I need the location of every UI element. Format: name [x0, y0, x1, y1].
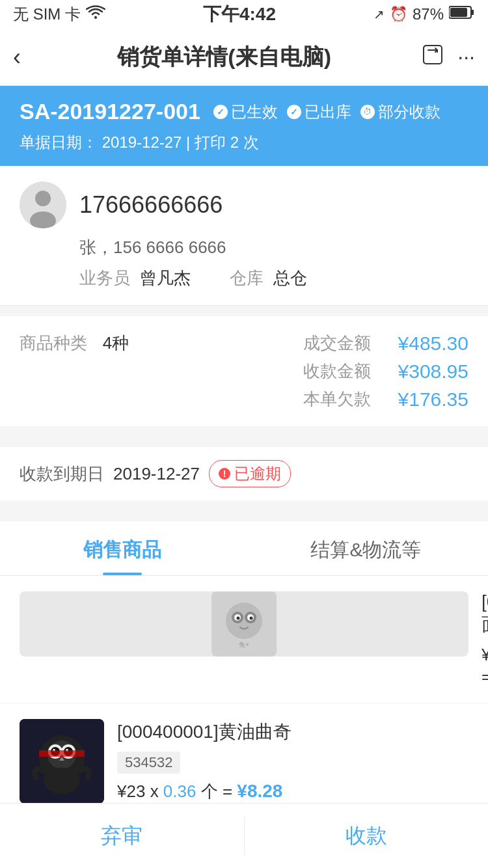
- tab-products[interactable]: 销售商品: [0, 521, 244, 575]
- back-button[interactable]: ‹: [7, 37, 27, 77]
- badge-effective: ✓ 已生效: [213, 102, 278, 122]
- svg-point-14: [237, 617, 240, 620]
- battery-text: 87%: [413, 5, 444, 23]
- separator-2: [0, 500, 488, 511]
- warehouse: 仓库 总仓: [230, 267, 307, 290]
- tab-settlement[interactable]: 结算&物流等: [244, 521, 488, 575]
- divider-1: [0, 305, 488, 306]
- export-button[interactable]: [421, 43, 444, 72]
- customer-top: 17666666666: [20, 182, 468, 228]
- product-image-1: 兔+: [20, 591, 468, 657]
- svg-rect-26: [39, 750, 85, 757]
- summary-section: 商品种类 4种 成交金额 ¥485.30 收款金额 ¥308.95 本单欠款 ¥…: [0, 316, 488, 426]
- clock-icon: ⏱: [360, 105, 375, 119]
- customer-id: 17666666666: [79, 191, 223, 219]
- summary-right: 成交金额 ¥485.30 收款金额 ¥308.95 本单欠款 ¥176.35: [303, 332, 468, 411]
- bottom-bar: 弃审 收款: [0, 803, 488, 868]
- order-date-info: 单据日期： 2019-12-27 | 打印 2 次: [20, 132, 468, 153]
- nav-actions: ···: [421, 43, 475, 72]
- amount-deal: 成交金额 ¥485.30: [303, 332, 468, 355]
- check-icon-1: ✓: [213, 105, 228, 119]
- badge-shipped: ✓ 已出库: [287, 102, 351, 122]
- product-name-1: [0000002]面包: [481, 591, 488, 637]
- customer-contact: 张，156 6666 6666: [79, 236, 468, 259]
- summary-left: 商品种类 4种: [20, 332, 129, 355]
- status-badges: ✓ 已生效 ✓ 已出库 ⏱ 部分收款: [213, 102, 441, 122]
- carrier-text: 无 SIM 卡: [13, 4, 81, 25]
- separator-1: [0, 426, 488, 437]
- check-icon-2: ✓: [287, 105, 301, 119]
- svg-point-6: [35, 191, 51, 206]
- product-info-1: [0000002]面包 ¥40 x 5 袋 = ¥199.99: [481, 591, 488, 687]
- svg-text:兔+: 兔+: [239, 641, 249, 648]
- amount-owed: 本单欠款 ¥176.35: [303, 388, 468, 411]
- svg-rect-4: [424, 46, 442, 64]
- status-left: 无 SIM 卡: [13, 4, 105, 25]
- battery-icon: [449, 5, 475, 23]
- more-button[interactable]: ···: [457, 45, 475, 69]
- page-title: 销货单详情(来自电脑): [27, 42, 421, 72]
- status-right: ↗ ⏰ 87%: [373, 5, 475, 23]
- cancel-review-button[interactable]: 弃审: [0, 804, 244, 868]
- alarm-icon: ⏰: [390, 6, 407, 23]
- wifi-icon: [86, 5, 105, 23]
- product-name-2: [000400001]黄油曲奇: [117, 720, 468, 744]
- svg-rect-3: [450, 8, 467, 17]
- overdue-badge: ! 已逾期: [209, 460, 291, 487]
- svg-point-28: [44, 768, 80, 794]
- svg-point-0: [94, 16, 97, 19]
- avatar: [20, 182, 66, 228]
- svg-point-15: [250, 617, 253, 620]
- status-bar: 无 SIM 卡 下午4:42 ↗ ⏰ 87%: [0, 0, 488, 29]
- product-info-2: [000400001]黄油曲奇 534532 ¥23 x 0.36 个 = ¥8…: [117, 719, 468, 804]
- order-id: SA-20191227-001: [20, 99, 200, 124]
- product-price-2: ¥23 x 0.36 个 = ¥8.28: [117, 780, 468, 803]
- location-icon: ↗: [373, 7, 385, 22]
- header-banner: SA-20191227-001 ✓ 已生效 ✓ 已出库 ⏱ 部分收款: [0, 86, 488, 166]
- collect-payment-button[interactable]: 收款: [245, 804, 489, 868]
- badge-partial: ⏱ 部分收款: [360, 102, 441, 122]
- product-image-2: [20, 719, 104, 804]
- svg-point-9: [226, 603, 262, 639]
- amount-received: 收款金额 ¥308.95: [303, 360, 468, 383]
- product-sku-2: 534532: [117, 751, 468, 774]
- overdue-icon: !: [219, 468, 230, 480]
- customer-section: 17666666666 张，156 6666 6666 业务员 曾凡杰 仓库 总…: [0, 166, 488, 305]
- due-section: 收款到期日 2019-12-27 ! 已逾期: [0, 447, 488, 500]
- status-time: 下午4:42: [203, 2, 276, 27]
- customer-meta: 业务员 曾凡杰 仓库 总仓: [79, 267, 468, 290]
- sales-person: 业务员 曾凡杰: [79, 267, 191, 290]
- tabs: 销售商品 结算&物流等: [0, 521, 488, 576]
- svg-rect-2: [471, 10, 474, 15]
- nav-bar: ‹ 销货单详情(来自电脑) ···: [0, 29, 488, 86]
- product-price-1: ¥40 x 5 袋 = ¥199.99: [481, 644, 488, 687]
- product-item: 兔+ [0000002]面包 ¥40 x 5 袋 = ¥199.99: [0, 576, 488, 703]
